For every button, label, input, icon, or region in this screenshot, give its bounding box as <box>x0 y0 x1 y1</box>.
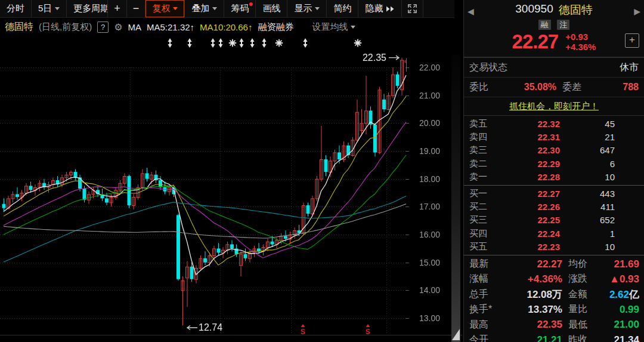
toolbar-adjust-button[interactable]: 复权 <box>145 0 185 17</box>
toolbar-5day-button[interactable]: 5日 <box>32 0 67 17</box>
stats-grid: 最新 22.27 均价 21.69 涨幅 +4.36% 涨跌 ▲0.93 总手 … <box>464 255 644 342</box>
sell-level-row[interactable]: 卖三22.30647 <box>464 144 644 157</box>
sell-level-row[interactable]: 卖四22.3121 <box>464 130 644 143</box>
fullscreen-button[interactable] <box>402 0 423 17</box>
sell-levels: 卖五22.3245 卖四22.3121 卖三22.30647 卖二22.296 … <box>464 116 644 184</box>
change-percent: +4.36% <box>565 42 596 52</box>
ma-settings-button[interactable]: 设置均线 <box>312 21 355 33</box>
pct-change: +4.36% <box>504 273 562 285</box>
chart-scrollbar[interactable] <box>451 55 460 342</box>
quote-header: ◀ ▶ 300950 德固特 融 注 22.27 +0.93 +4.36% + <box>464 0 644 58</box>
toolbar-display-button[interactable]: 显示 <box>287 0 327 17</box>
toolbar-simple-button[interactable]: 简约 <box>327 0 358 17</box>
stats-row: 今开 21.21 昨收 21.34 <box>464 332 644 342</box>
day-open: 21.21 <box>504 334 562 342</box>
buy-level-row[interactable]: 买五22.2310 <box>464 241 644 254</box>
buy-level-row[interactable]: 买二22.26411 <box>464 200 644 213</box>
notification-dot-icon <box>249 2 253 6</box>
weibi-value: 35.08% <box>499 82 556 93</box>
gear-icon[interactable]: ⚙ <box>114 21 122 33</box>
trade-status-label: 交易状态 <box>469 61 515 74</box>
margin-badge: 融 <box>538 20 551 30</box>
latest-price: 22.27 <box>504 258 562 270</box>
scroll-handle-icon[interactable] <box>452 329 460 340</box>
day-high: 22.35 <box>504 319 562 331</box>
stock-title: 300950 德固特 <box>464 0 644 18</box>
stats-row: 换手* 13.37% 量比 0.99 <box>464 302 644 317</box>
fullscreen-icon <box>408 4 417 13</box>
stock-name: 德固特 <box>559 2 593 18</box>
change-amount: +0.93 <box>565 32 596 42</box>
caret-down-icon <box>173 7 178 10</box>
ma-prefix-label: MA <box>128 22 142 32</box>
stock-name-label: 德固特 <box>5 21 33 33</box>
stats-row: 最新 22.27 均价 21.69 <box>464 257 644 272</box>
chart-header: 德固特 (日线,前复权) ? ⚙ MA MA5:21.32↑ MA10:20.6… <box>0 18 467 36</box>
price-row: 22.27 +0.93 +4.36% <box>464 30 644 53</box>
open-account-link[interactable]: 抓住机会，即刻开户！ <box>509 101 599 112</box>
weibi-label: 委比 <box>469 81 499 94</box>
prev-close: 21.34 <box>600 334 639 342</box>
total-volume: 12.08万 <box>504 288 562 301</box>
stock-badges: 融 注 <box>464 19 644 30</box>
margin-trading-label[interactable]: 融资融券 <box>258 21 293 33</box>
stock-code: 300950 <box>515 2 553 18</box>
caret-down-icon <box>212 7 217 10</box>
zoom-out-button[interactable]: − <box>127 0 146 17</box>
sell-level-row[interactable]: 卖二22.296 <box>464 157 644 170</box>
note-badge: 注 <box>557 20 569 30</box>
last-price: 22.27 <box>512 30 559 53</box>
buy-level-row[interactable]: 买三22.25652 <box>464 214 644 227</box>
chart-period-label: (日线,前复权) <box>39 21 92 33</box>
promo-row: 抓住机会，即刻开户！ <box>464 97 644 116</box>
caret-down-icon <box>351 26 355 29</box>
sell-level-row[interactable]: 卖一22.2810 <box>464 171 644 184</box>
caret-down-icon <box>55 7 60 10</box>
sell-level-row[interactable]: 卖五22.3245 <box>464 117 644 130</box>
turnover-rate: 13.37% <box>504 304 562 316</box>
weicha-label: 委差 <box>556 81 593 94</box>
toolbar-hide-button[interactable]: 隐藏 <box>358 0 402 17</box>
toolbar-drawline-button[interactable]: 画线 <box>256 0 287 17</box>
ma10-value: MA10:20.66↑ <box>200 22 252 32</box>
stats-row: 最高 22.35 最低 21.00 <box>464 317 644 332</box>
zoom-in-button[interactable]: + <box>108 0 127 17</box>
trade-status-value: 休市 <box>515 61 639 74</box>
toolbar-more-periods-button[interactable]: 更多周期 <box>67 0 108 17</box>
toolbar-minute-button[interactable]: 分时 <box>0 0 32 17</box>
volume-ratio: 0.99 <box>600 304 639 316</box>
up-arrow-icon: ↑ <box>190 22 195 32</box>
quote-panel: ◀ ▶ 300950 德固特 融 注 22.27 +0.93 +4.36% + … <box>463 0 644 342</box>
weibi-row: 委比 35.08% 委差 788 <box>464 78 644 97</box>
abs-change: ▲0.93 <box>600 273 639 285</box>
add-to-watchlist-button[interactable]: + <box>625 33 639 48</box>
chart-toolbar: 分时 5日 更多周期 + − 复权 叠加 筹码 画线 显示 简约 隐藏 <box>0 0 454 18</box>
buy-levels: 买一22.27443 买二22.26411 买三22.25652 买四22.24… <box>464 186 644 254</box>
kline-chart[interactable] <box>0 36 462 342</box>
stats-row: 总手 12.08万 金额 2.62亿 <box>464 287 644 302</box>
total-amount: 2.62亿 <box>600 288 639 301</box>
toolbar-chips-button[interactable]: 筹码 <box>224 0 256 17</box>
stats-row: 涨幅 +4.36% 涨跌 ▲0.93 <box>464 272 644 286</box>
trade-status-row: 交易状态 休市 <box>464 58 644 78</box>
toolbar-overlay-button[interactable]: 叠加 <box>185 0 224 17</box>
ma5-value: MA5:21.32↑ <box>147 22 194 32</box>
avg-price: 21.69 <box>600 258 639 270</box>
day-low: 21.00 <box>600 319 639 331</box>
buy-level-row[interactable]: 买四22.241 <box>464 227 644 240</box>
price-change: +0.93 +4.36% <box>565 32 596 52</box>
buy-level-row[interactable]: 买一22.27443 <box>464 187 644 200</box>
weicha-value: 788 <box>593 82 639 93</box>
up-arrow-icon: ↑ <box>248 22 253 32</box>
app-window: 分时 5日 更多周期 + − 复权 叠加 筹码 画线 显示 简约 隐藏 德固特 … <box>0 0 644 342</box>
prev-stock-arrow-icon[interactable]: ◀ <box>467 7 474 16</box>
caret-down-icon <box>315 7 320 10</box>
double-arrow-right-icon <box>386 6 395 12</box>
next-stock-arrow-icon[interactable]: ▶ <box>634 7 640 16</box>
help-icon[interactable]: ? <box>97 21 109 33</box>
